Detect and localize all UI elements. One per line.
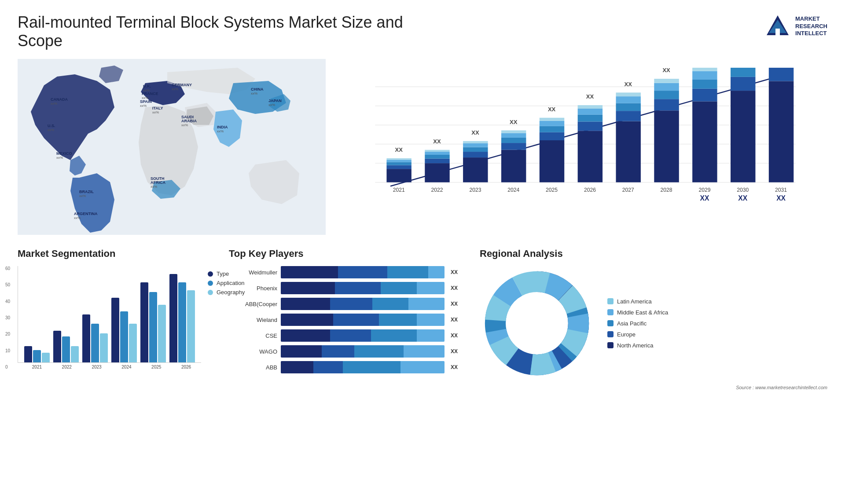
player-name: ABB [229,364,277,371]
svg-rect-60 [463,141,488,143]
page-header: Rail-mounted Terminal Block Systems Mark… [18,13,827,50]
svg-text:XX: XX [625,81,632,88]
player-row-wago: WAGO XX [229,345,458,358]
label-north-america: North America [617,342,653,349]
svg-text:FRANCE: FRANCE [142,91,158,96]
label-asia-pacific: Asia Pacific [617,320,647,327]
svg-rect-76 [578,115,603,122]
svg-rect-69 [540,132,564,140]
seg-bar-app [33,350,41,362]
svg-text:XX: XX [738,194,747,202]
player-name: WAGO [229,348,277,355]
player-row-weidmuller: Weidmuller XX [229,266,458,278]
svg-text:xx%: xx% [152,110,159,114]
player-row-abb: ABB XX [229,361,458,373]
svg-rect-90 [654,79,679,83]
svg-text:xx%: xx% [74,216,81,220]
seg-group-2022 [51,266,81,362]
dot-europe [607,331,614,337]
svg-text:CANADA: CANADA [51,97,68,102]
player-value: XX [451,348,458,354]
svg-rect-63 [501,143,526,150]
svg-text:BRAZIL: BRAZIL [79,190,94,194]
svg-text:xx%: xx% [217,129,224,133]
seg-x-labels: 2021 2022 2023 2024 2025 2026 [18,365,201,369]
svg-rect-62 [501,150,526,183]
svg-rect-80 [616,121,640,183]
player-bar [281,298,445,310]
legend-latin-america: Latin America [607,298,668,305]
svg-text:2029: 2029 [698,187,710,193]
svg-rect-84 [616,92,640,96]
svg-text:2023: 2023 [469,187,481,193]
player-bar [281,345,445,358]
svg-text:xx%: xx% [172,87,178,91]
svg-rect-74 [578,131,603,182]
svg-rect-97 [731,91,755,182]
svg-rect-47 [386,160,411,162]
svg-text:xx%: xx% [151,185,157,189]
svg-rect-72 [540,118,564,121]
svg-text:2022: 2022 [431,187,443,193]
svg-text:2030: 2030 [737,187,749,193]
svg-text:2021: 2021 [393,187,405,193]
label-middle-east-africa: Middle East & Africa [617,309,668,316]
svg-text:JAPAN: JAPAN [268,99,282,103]
svg-rect-96 [692,68,717,71]
legend-label-type: Type [217,270,229,277]
svg-rect-86 [654,110,679,182]
svg-rect-92 [692,101,717,182]
player-name: Phoenix [229,285,277,292]
svg-text:XX: XX [433,138,441,145]
players-list: Weidmuller XX Phoenix XX [229,266,458,373]
svg-rect-45 [386,165,411,169]
svg-text:XX: XX [548,106,556,113]
page-title: Rail-mounted Terminal Block Systems Mark… [18,13,414,50]
player-row-abb-cooper: ABB(Cooper XX [229,298,458,310]
svg-text:ARGENTINA: ARGENTINA [74,212,98,216]
svg-text:xx%: xx% [181,123,188,127]
legend-dot-application [208,281,213,286]
svg-text:2026: 2026 [584,187,596,193]
player-row-wieland: Wieland XX [229,314,458,326]
dot-north-america [607,342,614,348]
svg-text:ITALY: ITALY [152,106,163,110]
svg-rect-68 [540,140,564,183]
player-row-cse: CSE XX [229,329,458,342]
svg-rect-51 [425,159,449,163]
svg-rect-75 [578,121,603,131]
svg-rect-66 [501,130,526,133]
svg-text:XX: XX [776,194,786,202]
legend-asia-pacific: Asia Pacific [607,320,668,327]
svg-rect-59 [463,143,488,147]
svg-text:2028: 2028 [661,187,672,193]
player-value: XX [451,332,458,339]
legend-europe: Europe [607,331,668,338]
seg-group-2025 [139,266,168,362]
bottom-section: Market Segmentation 60 50 40 30 20 10 0 [18,248,827,390]
svg-text:INDIA: INDIA [217,125,228,129]
segmentation-title: Market Segmentation [18,248,202,259]
bar-chart: XX XX XX XX [326,59,827,235]
svg-point-121 [508,295,566,352]
logo-icon [764,13,791,40]
player-name: Wieland [229,317,277,323]
svg-text:MEXICO: MEXICO [56,151,72,156]
seg-group-2021 [22,266,51,362]
svg-text:xx%: xx% [79,194,86,198]
player-bar [281,314,445,326]
legend-dot-geography [208,290,213,295]
svg-rect-57 [463,152,488,157]
svg-text:ARABIA: ARABIA [181,119,197,123]
svg-rect-78 [578,105,603,109]
svg-rect-77 [578,109,603,115]
player-bar [281,266,445,278]
svg-rect-98 [731,77,755,91]
player-value: XX [451,269,458,275]
player-value: XX [451,285,458,291]
label-europe: Europe [617,331,636,338]
regional-legend: Latin America Middle East & Africa Asia … [607,298,668,349]
world-map: CANADA xx% U.S. xx% MEXICO xx% BRAZIL xx… [18,59,326,235]
player-bar [281,329,445,342]
player-value: XX [451,364,458,370]
